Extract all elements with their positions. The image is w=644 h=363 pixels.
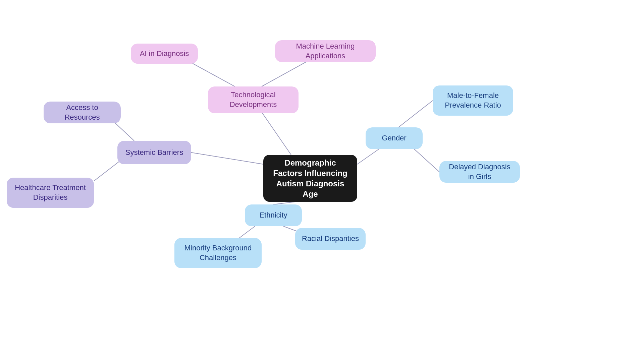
node-machine-learning: Machine Learning Applications [275, 40, 376, 62]
node-racial-disparities: Racial Disparities [295, 228, 366, 250]
node-ai-in-diagnosis: AI in Diagnosis [131, 44, 198, 64]
node-access-to-resources: Access to Resources [44, 102, 121, 123]
svg-line-3 [191, 153, 263, 164]
node-technological-developments: Technological Developments [208, 86, 299, 113]
svg-line-9 [273, 202, 295, 204]
node-minority-background: Minority Background Challenges [174, 238, 262, 268]
node-delayed-diagnosis: Delayed Diagnosis in Girls [439, 161, 520, 183]
center-node: Demographic Factors Influencing Autism D… [263, 155, 357, 202]
node-gender: Gender [366, 127, 423, 149]
node-healthcare-treatment: Healthcare Treatment Disparities [7, 178, 94, 208]
svg-line-7 [394, 101, 433, 131]
node-male-female-ratio: Male-to-Female Prevalence Ratio [433, 85, 513, 116]
node-ethnicity: Ethnicity [245, 204, 302, 226]
node-systemic-barriers: Systemic Barriers [117, 141, 191, 164]
